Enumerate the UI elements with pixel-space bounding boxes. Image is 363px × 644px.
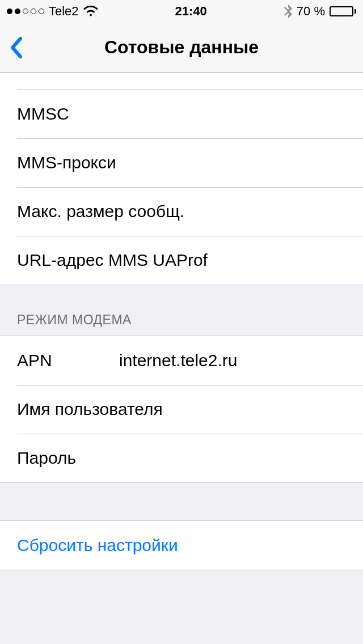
- apn-value: internet.tele2.ru: [119, 351, 237, 370]
- chevron-left-icon: [9, 36, 23, 59]
- carrier-label: Tele2: [49, 4, 79, 19]
- mms-uaprof-label: URL-адрес MMS UAProf: [17, 251, 208, 270]
- status-left: Tele2: [7, 4, 98, 19]
- back-button[interactable]: [5, 32, 27, 63]
- spacer: [0, 483, 363, 520]
- status-bar: Tele2 21:40 70 %: [0, 0, 363, 23]
- password-label: Пароль: [17, 448, 76, 468]
- modem-group: APN internet.tele2.ru Имя пользователя П…: [0, 336, 363, 483]
- mms-proxy-field[interactable]: MMS-прокси: [0, 138, 363, 187]
- bluetooth-icon: [284, 5, 292, 18]
- modem-group-header: РЕЖИМ МОДЕМА: [0, 285, 363, 336]
- battery-percent: 70 %: [297, 4, 325, 19]
- mms-max-size-field[interactable]: Макс. размер сообщ.: [0, 187, 363, 236]
- apn-label: APN: [17, 351, 119, 370]
- mms-group: MMSC MMS-прокси Макс. размер сообщ. URL-…: [0, 73, 363, 285]
- username-label: Имя пользователя: [17, 400, 163, 419]
- mmsc-field[interactable]: MMSC: [0, 90, 363, 138]
- mms-proxy-label: MMS-прокси: [17, 153, 116, 172]
- mms-uaprof-field[interactable]: URL-адрес MMS UAProf: [0, 236, 363, 285]
- password-field[interactable]: Пароль: [0, 434, 363, 482]
- reset-group: Сбросить настройки: [0, 520, 363, 570]
- signal-strength-icon: [7, 9, 44, 14]
- battery-icon: [330, 6, 356, 16]
- mms-max-size-label: Макс. размер сообщ.: [17, 202, 184, 221]
- reset-settings-button[interactable]: Сбросить настройки: [0, 521, 363, 570]
- wifi-icon: [83, 6, 98, 17]
- content: MMSC MMS-прокси Макс. размер сообщ. URL-…: [0, 73, 363, 604]
- status-time: 21:40: [175, 4, 207, 19]
- mmsc-label: MMSC: [17, 104, 69, 124]
- reset-settings-label: Сбросить настройки: [17, 536, 178, 555]
- bottom-gap: [0, 570, 363, 604]
- partial-row[interactable]: [0, 73, 363, 90]
- page-title: Сотовые данные: [0, 37, 363, 58]
- apn-field[interactable]: APN internet.tele2.ru: [0, 336, 363, 385]
- status-right: 70 %: [284, 4, 356, 19]
- username-field[interactable]: Имя пользователя: [0, 385, 363, 434]
- navigation-bar: Сотовые данные: [0, 23, 363, 73]
